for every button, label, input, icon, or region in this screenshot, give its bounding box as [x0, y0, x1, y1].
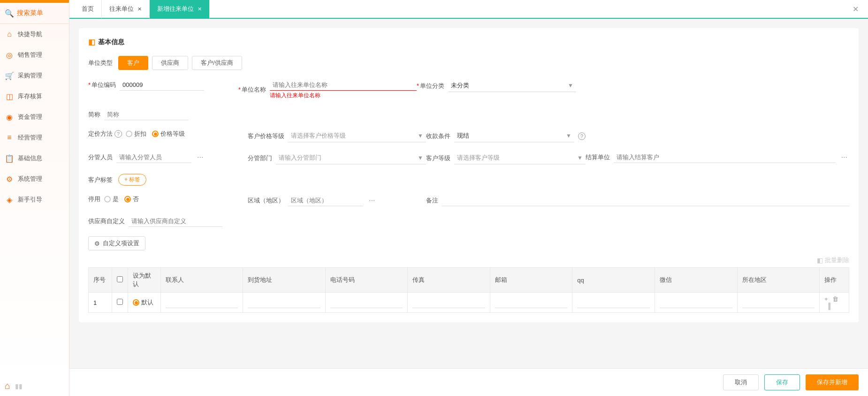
disabled-radio-yes[interactable]: 是	[104, 195, 119, 203]
tab-bar-close-button[interactable]: ✕	[848, 5, 863, 14]
system-icon: ⚙	[5, 174, 14, 184]
region-group: 区域（地区） ···	[248, 195, 426, 206]
row-contact[interactable]	[160, 293, 243, 313]
qq-input[interactable]	[577, 297, 650, 308]
supplier-custom-input[interactable]	[129, 216, 222, 227]
sidebar-item-basic-info[interactable]: 📋 基础信息	[0, 148, 69, 169]
row-fax[interactable]	[408, 293, 490, 313]
row-add-btn[interactable]: +	[824, 295, 828, 303]
sidebar-item-system[interactable]: ⚙ 系统管理	[0, 169, 69, 189]
unit-code-input[interactable]	[120, 79, 204, 91]
unit-name-input-wrapper: 请输入往来单位名称	[270, 79, 417, 100]
email-input[interactable]	[495, 297, 568, 308]
sidebar-item-label: 快捷导航	[18, 30, 42, 39]
settlement-more-btn[interactable]: ···	[839, 153, 849, 162]
unit-name-group: *单位名称 请输入往来单位名称	[238, 79, 417, 100]
purchase-icon: 🛒	[5, 71, 14, 80]
payment-terms-select[interactable]: 现结 ▼	[454, 130, 574, 142]
sidebar-bottom-icon2[interactable]: ▮▮	[15, 382, 23, 390]
sidebar-bottom-icon1[interactable]: ⌂	[5, 380, 10, 391]
basic-info-section: ◧ 基本信息 单位类型 客户 供应商 客户/供应商 *单位编码	[79, 28, 859, 322]
customer-level-select[interactable]: 请选择客户等级 ▼	[454, 152, 586, 164]
payment-help-icon[interactable]: ?	[578, 132, 586, 140]
unit-name-error: 请输入往来单位名称	[270, 92, 417, 100]
unit-category-value: 未分类	[451, 81, 568, 90]
cancel-button[interactable]: 取消	[723, 374, 759, 390]
type-btn-both[interactable]: 客户/供应商	[192, 56, 242, 70]
sidebar-item-label: 库存核算	[18, 92, 42, 101]
batch-delete-label[interactable]: 批量删除	[825, 256, 849, 264]
row-actions: + 🗑 ▐	[820, 293, 849, 313]
custom-settings-button[interactable]: ⚙ 自定义项设置	[88, 236, 145, 250]
row-delete-btn[interactable]: 🗑	[832, 295, 838, 303]
region-input[interactable]	[288, 195, 363, 206]
row-wechat[interactable]	[655, 293, 738, 313]
row-address[interactable]	[243, 293, 326, 313]
sidebar-search[interactable]: 🔍 搜索菜单	[0, 3, 69, 24]
tab-new-partner-close[interactable]: ✕	[198, 6, 202, 12]
row-email[interactable]	[490, 293, 572, 313]
settlement-input[interactable]	[614, 152, 836, 163]
save-button[interactable]: 保存	[764, 374, 800, 390]
sidebar-item-guide[interactable]: ◈ 新手引导	[0, 189, 69, 210]
type-btn-supplier[interactable]: 供应商	[152, 56, 188, 70]
col-fax: 传真	[408, 268, 490, 293]
row-default-radio[interactable]: 默认	[133, 298, 156, 307]
customer-level-label: 客户等级	[426, 154, 450, 163]
pricing-radio-discount[interactable]: 折扣	[126, 130, 146, 138]
select-all-checkbox[interactable]	[117, 276, 123, 282]
wechat-input[interactable]	[660, 297, 732, 308]
row-region[interactable]	[737, 293, 820, 313]
finance-icon: ◉	[5, 112, 14, 122]
batch-delete-area: ◧ 批量删除	[88, 256, 849, 264]
footer: 取消 保存 保存并新增	[69, 368, 868, 396]
row-checkbox[interactable]	[117, 299, 123, 305]
short-name-input[interactable]	[104, 109, 189, 120]
contact-input[interactable]	[166, 297, 238, 308]
payment-terms-value: 现结	[457, 132, 566, 140]
row-phone[interactable]	[325, 293, 408, 313]
sidebar-item-quick-nav[interactable]: ⌂ 快捷导航	[0, 24, 69, 45]
pricing-radio-price-level[interactable]: 价格等级	[152, 130, 185, 138]
tab-partners-close[interactable]: ✕	[137, 6, 142, 12]
pricing-help-icon[interactable]: ?	[114, 130, 122, 138]
sidebar-item-finance[interactable]: ◉ 资金管理	[0, 107, 69, 127]
row-scroll-btn[interactable]: ▐	[826, 303, 830, 310]
sidebar-item-purchase[interactable]: 🛒 采购管理	[0, 65, 69, 86]
phone-input[interactable]	[330, 297, 403, 308]
operations-icon: ≡	[5, 133, 14, 142]
department-select[interactable]: 请输入分管部门 ▼	[276, 152, 426, 164]
disabled-radio-no[interactable]: 否	[124, 195, 139, 203]
customer-price-level-placeholder: 请选择客户价格等级	[291, 132, 418, 140]
unit-name-input[interactable]	[270, 79, 417, 91]
row-qq[interactable]	[572, 293, 655, 313]
disabled-group: 停用 是 否	[88, 195, 248, 203]
customer-level-arrow: ▼	[577, 155, 583, 161]
tab-partners[interactable]: 往来单位 ✕	[102, 0, 150, 18]
payment-terms-group: 收款条件 现结 ▼ ?	[426, 130, 586, 142]
manager-input[interactable]	[116, 152, 191, 163]
type-btn-customer[interactable]: 客户	[118, 56, 148, 70]
save-new-button[interactable]: 保存并新增	[806, 374, 859, 390]
customer-price-level-select[interactable]: 请选择客户价格等级 ▼	[288, 130, 426, 142]
unit-name-label: *单位名称	[238, 85, 266, 94]
address-input[interactable]	[248, 297, 320, 308]
default-radio-circle	[133, 299, 139, 306]
customer-level-group: 客户等级 请选择客户等级 ▼	[426, 152, 586, 164]
add-tag-button[interactable]: + 标签	[118, 174, 146, 186]
sidebar: 🔍 搜索菜单 ⌂ 快捷导航 ◎ 销售管理 🛒 采购管理 ◫ 库存核算 ◉ 资金管…	[0, 0, 69, 396]
sidebar-item-inventory[interactable]: ◫ 库存核算	[0, 86, 69, 107]
region-more-btn[interactable]: ···	[367, 196, 377, 205]
unit-category-select[interactable]: 未分类 ▼	[448, 79, 576, 92]
row-region-input[interactable]	[742, 297, 815, 308]
row-checkbox-cell[interactable]	[112, 293, 128, 313]
sidebar-item-sales[interactable]: ◎ 销售管理	[0, 45, 69, 65]
manager-more-btn[interactable]: ···	[195, 153, 205, 162]
tab-home[interactable]: 首页	[74, 0, 102, 18]
col-checkbox[interactable]	[112, 268, 128, 293]
sidebar-item-operations[interactable]: ≡ 经营管理	[0, 127, 69, 148]
fax-input[interactable]	[412, 297, 485, 308]
settlement-label: 结算单位	[586, 153, 610, 162]
remark-input[interactable]	[442, 195, 849, 206]
tab-new-partner[interactable]: 新增往来单位 ✕	[150, 0, 210, 18]
